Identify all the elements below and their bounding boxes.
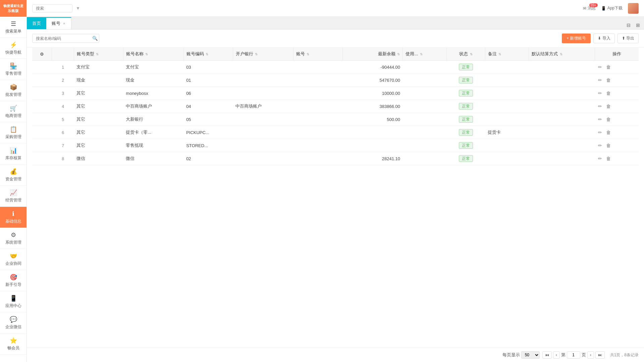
delete-button[interactable]: 🗑 bbox=[605, 64, 611, 70]
row-status-cell: 正常 bbox=[447, 139, 485, 152]
sidebar-item-ecommerce[interactable]: 🛒 电商管理 bbox=[0, 101, 26, 122]
edit-button[interactable]: ✏ bbox=[597, 116, 603, 123]
table-row: 2 现金 现金 01 547670.00 正常 ✏ 🗑 bbox=[32, 74, 639, 87]
edit-button[interactable]: ✏ bbox=[597, 142, 603, 149]
status-badge: 正常 bbox=[459, 129, 473, 136]
sidebar-item-system[interactable]: ⚙ 系统管理 bbox=[0, 228, 26, 249]
wholesale-icon: 📦 bbox=[10, 83, 17, 91]
user-avatar[interactable] bbox=[628, 3, 639, 14]
delete-button[interactable]: 🗑 bbox=[605, 129, 611, 136]
delete-button[interactable]: 🗑 bbox=[605, 103, 611, 110]
sidebar-item-wholesale[interactable]: 📦 批发管理 bbox=[0, 80, 26, 101]
sidebar-item-vip[interactable]: ⭐ 畅会员 bbox=[0, 334, 26, 355]
tab-expand-button[interactable]: ⊞ bbox=[635, 21, 641, 29]
search-button[interactable]: 🔍 bbox=[90, 34, 99, 43]
sort-default-icon[interactable]: ⇅ bbox=[560, 52, 562, 56]
sidebar-item-retail[interactable]: 🏪 零售管理 bbox=[0, 59, 26, 80]
row-name-cell: 现金 bbox=[123, 74, 183, 87]
table-row: 8 微信 微信 02 28241.10 正常 ✏ 🗑 bbox=[32, 152, 639, 165]
tab-home-label: 首页 bbox=[32, 20, 41, 26]
row-bank-cell bbox=[233, 152, 293, 165]
col-balance[interactable]: 最新余额 ⇅ bbox=[342, 48, 403, 61]
tab-account-close[interactable]: × bbox=[62, 21, 66, 25]
col-bank[interactable]: 开户银行 ⇅ bbox=[233, 48, 293, 61]
sidebar-item-finance[interactable]: 💰 资金管理 bbox=[0, 165, 26, 186]
delete-button[interactable]: 🗑 bbox=[605, 90, 611, 97]
row-bank-cell bbox=[233, 87, 293, 100]
sidebar-item-basic-info[interactable]: ℹ 基础信息 bbox=[0, 207, 26, 228]
sort-account-icon[interactable]: ⇅ bbox=[307, 52, 309, 56]
tab-home[interactable]: 首页 bbox=[27, 17, 46, 29]
sort-type-icon[interactable]: ⇅ bbox=[96, 52, 99, 56]
sidebar-item-label: 快捷导航 bbox=[5, 50, 21, 55]
sidebar-item-inventory[interactable]: 📊 库存核算 bbox=[0, 143, 26, 165]
sidebar-item-app-center[interactable]: 📱 应用中心 bbox=[0, 291, 26, 312]
edit-button[interactable]: ✏ bbox=[597, 103, 603, 110]
sort-code-icon[interactable]: ⇅ bbox=[206, 52, 208, 56]
logo-sub-text: 乐账版 bbox=[8, 8, 19, 13]
edit-button[interactable]: ✏ bbox=[597, 64, 603, 70]
row-settings-cell bbox=[32, 74, 52, 87]
page-input[interactable] bbox=[567, 351, 580, 359]
page-next-button[interactable]: › bbox=[587, 351, 594, 359]
tab-account[interactable]: 账号 × bbox=[46, 17, 71, 29]
messages-button[interactable]: ✉ 消息 99+ bbox=[583, 5, 596, 11]
sort-remark-icon[interactable]: ⇅ bbox=[498, 52, 501, 56]
sidebar-item-enterprise-wechat[interactable]: 💬 企业微信 bbox=[0, 312, 26, 334]
row-usage-cell bbox=[403, 87, 447, 100]
edit-button[interactable]: ✏ bbox=[597, 129, 603, 136]
col-code[interactable]: 账号编码 ⇅ bbox=[183, 48, 233, 61]
app-download-button[interactable]: 📱 App下载 bbox=[601, 5, 623, 11]
page-prev-button[interactable]: ‹ bbox=[553, 351, 560, 359]
action-buttons: ✏ 🗑 bbox=[597, 103, 636, 110]
page-label: 第 bbox=[561, 352, 566, 358]
sidebar-item-purchase[interactable]: 📋 采购管理 bbox=[0, 122, 26, 143]
topbar-search-input[interactable] bbox=[32, 4, 72, 12]
edit-button[interactable]: ✏ bbox=[597, 77, 603, 83]
add-account-button[interactable]: + 新增账号 bbox=[562, 34, 591, 43]
col-type[interactable]: 账号类型 ⇅ bbox=[74, 48, 123, 61]
row-default-cell bbox=[529, 87, 595, 100]
row-type-cell: 其它 bbox=[74, 100, 123, 113]
row-default-cell bbox=[529, 126, 595, 139]
page-size-select[interactable]: 50 100 bbox=[521, 351, 540, 359]
row-balance-cell: -90444.00 bbox=[342, 61, 403, 74]
col-default[interactable]: 默认结算方式 ⇅ bbox=[529, 48, 595, 61]
col-status[interactable]: 状态 ⇅ bbox=[447, 48, 485, 61]
row-action-cell: ✏ 🗑 bbox=[595, 113, 639, 126]
col-remark[interactable]: 备注 ⇅ bbox=[485, 48, 529, 61]
row-type-cell: 其它 bbox=[74, 139, 123, 152]
col-settings[interactable]: ⚙ bbox=[32, 48, 52, 61]
col-account[interactable]: 账号 ⇅ bbox=[293, 48, 342, 61]
delete-button[interactable]: 🗑 bbox=[605, 77, 611, 83]
row-num-cell: 4 bbox=[52, 100, 74, 113]
sidebar-item-search-menu[interactable]: ☰ 搜索菜单 bbox=[0, 17, 26, 38]
delete-button[interactable]: 🗑 bbox=[605, 155, 611, 162]
sidebar-item-enterprise-agreement[interactable]: 🤝 企业协同 bbox=[0, 249, 26, 270]
tab-collapse-button[interactable]: ⊟ bbox=[625, 21, 632, 29]
delete-button[interactable]: 🗑 bbox=[605, 116, 611, 123]
row-bank-cell: 中百商场账户 bbox=[233, 100, 293, 113]
sort-status-icon[interactable]: ⇅ bbox=[470, 52, 473, 56]
sidebar-item-quick-nav[interactable]: ⚡ 快捷导航 bbox=[0, 38, 26, 59]
import-button[interactable]: ⬇ 导入 bbox=[593, 34, 614, 43]
delete-button[interactable]: 🗑 bbox=[605, 142, 611, 149]
export-button[interactable]: ⬆ 导出 bbox=[618, 34, 639, 43]
row-code-cell: 06 bbox=[183, 87, 233, 100]
page-first-button[interactable]: ⏮ bbox=[542, 351, 552, 359]
col-usage[interactable]: 使用... ⇅ bbox=[403, 48, 447, 61]
page-last-button[interactable]: ⏭ bbox=[595, 351, 605, 359]
col-name[interactable]: 账号名称 ⇅ bbox=[123, 48, 183, 61]
search-input[interactable] bbox=[33, 35, 90, 43]
sidebar-item-beginner-guide[interactable]: 🎯 新手引导 bbox=[0, 270, 26, 291]
sort-bank-icon[interactable]: ⇅ bbox=[255, 52, 258, 56]
sidebar-item-operations[interactable]: 📈 经营管理 bbox=[0, 186, 26, 207]
sort-balance-icon[interactable]: ⇅ bbox=[397, 52, 400, 56]
row-code-cell: PICKUPC... bbox=[183, 126, 233, 139]
sort-name-icon[interactable]: ⇅ bbox=[145, 52, 148, 56]
topbar-dropdown-icon[interactable]: ▼ bbox=[76, 6, 80, 11]
edit-button[interactable]: ✏ bbox=[597, 90, 603, 97]
sort-usage-icon[interactable]: ⇅ bbox=[420, 52, 423, 56]
edit-button[interactable]: ✏ bbox=[597, 155, 603, 162]
row-balance-cell: 28241.10 bbox=[342, 152, 403, 165]
